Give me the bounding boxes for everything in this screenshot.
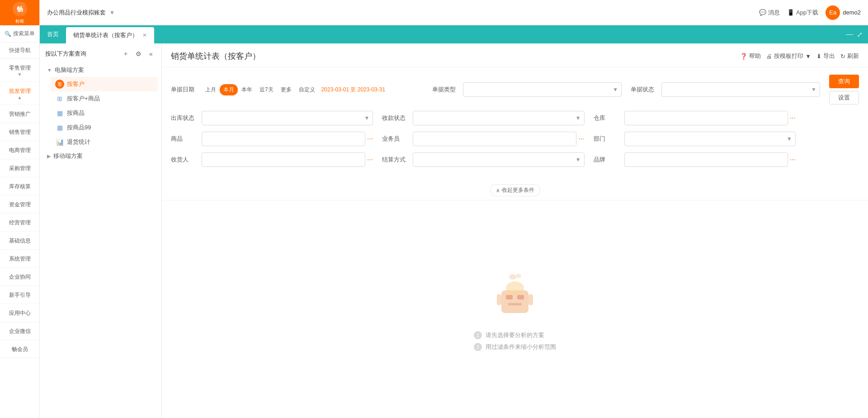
sidebar-item-system[interactable]: 系统管理 <box>0 250 39 268</box>
tab-minimize-icon[interactable]: — <box>846 30 853 38</box>
salesperson-input[interactable] <box>413 132 576 146</box>
sidebar-item-appcenter[interactable]: 应用中心 <box>0 304 39 322</box>
collapse-area: ∧ 收起更多条件 <box>162 180 868 200</box>
tip-1-num: 1 <box>474 331 482 339</box>
tree-desktop-arrow: ▼ <box>47 67 52 73</box>
warehouse-input[interactable] <box>624 111 788 125</box>
filter-row-4: 收货人 ··· 结算方式 ▼ 品牌 <box>171 152 859 167</box>
sidebar-item-operation[interactable]: 经营管理 <box>0 214 39 232</box>
tree-child-by-customer[interactable]: 客 按客户 <box>51 77 158 91</box>
department-select[interactable] <box>624 132 796 146</box>
filter-row-3: 商品 ··· 业务员 ··· 部门 <box>171 132 859 146</box>
app-download-btn[interactable]: 📱 App下载 <box>787 9 818 17</box>
goods-dots[interactable]: ··· <box>367 135 373 143</box>
order-type-select-wrap: ▼ <box>463 82 622 97</box>
empty-tip-2: 2 用过滤条件来缩小分析范围 <box>474 343 556 351</box>
tree-child-by-customer-goods-label: 按客户+商品 <box>67 95 100 103</box>
tree-child-by-customer-goods-icon: ⊞ <box>55 94 64 103</box>
tree-mobile-label: 移动端方案 <box>53 152 83 160</box>
query-btn[interactable]: 查询 <box>829 75 859 88</box>
sidebar-item-ecommerce[interactable]: 电商管理 <box>0 141 39 159</box>
help-btn[interactable]: ❓ 帮助 <box>740 52 761 60</box>
payment-method-select[interactable] <box>413 152 584 167</box>
collapse-panel-btn[interactable]: « <box>146 49 156 59</box>
tab-close-icon[interactable]: ✕ <box>142 32 147 38</box>
date-btn-custom[interactable]: 自定义 <box>295 84 319 95</box>
warehouse-dots[interactable]: ··· <box>790 114 796 122</box>
tree-child-by-goods-99-icon: ▦ <box>55 123 64 132</box>
query-settings-btns: 查询 设置 <box>829 75 859 104</box>
messages-btn[interactable]: 💬 消息 <box>759 9 780 17</box>
tab-home[interactable]: 首页 <box>40 25 66 43</box>
date-label: 单据日期 <box>171 86 198 94</box>
sidebar-item-inventory[interactable]: 库存核算 <box>0 177 39 195</box>
collapse-label: 收起更多条件 <box>502 186 534 194</box>
sidebar-item-finance[interactable]: 资金管理 <box>0 195 39 214</box>
receiver-input[interactable] <box>202 152 365 167</box>
sidebar-item-purchase-label: 采购管理 <box>9 165 31 172</box>
tree-mobile[interactable]: ▶ 移动端方案 <box>43 149 158 163</box>
date-btn-this-year[interactable]: 本年 <box>238 84 256 95</box>
sidebar-item-basic[interactable]: 基础信息 <box>0 232 39 250</box>
date-btn-more[interactable]: 更多 <box>277 84 295 95</box>
sidebar-item-member[interactable]: 畅会员 <box>0 340 39 358</box>
template-print-btn[interactable]: 🖨 按模板打印 ▼ <box>766 52 811 60</box>
add-scheme-btn[interactable]: ＋ <box>121 49 131 59</box>
sidebar-item-wechat[interactable]: 企业微信 <box>0 322 39 340</box>
sidebar-item-enterprise[interactable]: 企业协同 <box>0 268 39 286</box>
sidebar-item-wholesale[interactable]: 批发管理 ▲ <box>0 82 39 105</box>
date-btn-this-month[interactable]: 本月 <box>220 84 238 95</box>
tree-child-by-goods[interactable]: ▦ 按商品 <box>51 106 158 120</box>
out-status-select[interactable] <box>202 111 373 125</box>
tree-child-by-customer-goods[interactable]: ⊞ 按客户+商品 <box>51 91 158 106</box>
date-btn-last-7-days[interactable]: 近7天 <box>256 84 277 95</box>
sidebar-item-ecommerce-label: 电商管理 <box>9 147 31 154</box>
date-btn-last-month[interactable]: 上月 <box>202 84 220 95</box>
refresh-label: 刷新 <box>847 52 859 60</box>
sidebar-item-sales[interactable]: 销售管理 <box>0 123 39 141</box>
brand-input[interactable] <box>624 152 788 167</box>
department-label: 部门 <box>594 135 621 143</box>
tree-child-by-goods-icon: ▦ <box>55 109 64 118</box>
sidebar-item-retail[interactable]: 零售管理 ▼ <box>0 59 39 82</box>
sidebar-item-purchase[interactable]: 采购管理 <box>0 159 39 177</box>
order-status-select-wrap: ▼ <box>661 82 820 97</box>
tab-sales-stat-label: 销货单统计表（按客户） <box>73 31 138 39</box>
sidebar-item-newbie-label: 新手引导 <box>9 291 31 299</box>
tree-child-by-goods-99[interactable]: ▦ 按商品99 <box>51 120 158 135</box>
svg-point-8 <box>506 281 524 295</box>
sidebar-item-retail-arrow: ▼ <box>18 72 22 77</box>
tree-desktop[interactable]: ▼ 电脑端方案 <box>43 63 158 77</box>
brand-dots[interactable]: ··· <box>790 156 796 164</box>
svg-rect-4 <box>517 295 524 299</box>
edit-scheme-btn[interactable]: ⚙ <box>133 49 143 59</box>
user-name[interactable]: demo2 <box>843 9 861 16</box>
tree-section: ▼ 电脑端方案 客 按客户 ⊞ 按客户+商品 ▦ 按商品 <box>40 63 161 163</box>
settings-btn[interactable]: 设置 <box>829 91 859 104</box>
quick-nav[interactable]: 快捷导航 <box>0 43 39 59</box>
print-arrow-icon: ▼ <box>805 53 811 60</box>
order-status-select[interactable] <box>661 82 820 97</box>
tree-child-return-stats[interactable]: 📊 退货统计 <box>51 135 158 149</box>
goods-input[interactable] <box>202 132 365 146</box>
tree-desktop-label: 电脑端方案 <box>55 66 84 74</box>
app-title-dropdown[interactable]: ▼ <box>109 10 115 16</box>
tab-sales-stat[interactable]: 销货单统计表（按客户） ✕ <box>66 27 154 43</box>
salesperson-dots[interactable]: ··· <box>578 135 584 143</box>
sidebar-item-newbie[interactable]: 新手引导 <box>0 286 39 304</box>
sidebar-search[interactable]: 🔍 搜索菜单 <box>0 25 39 43</box>
refresh-btn[interactable]: ↻ 刷新 <box>840 52 859 60</box>
sidebar-item-marketing[interactable]: 营销推广 <box>0 105 39 123</box>
svg-point-10 <box>516 274 521 278</box>
sidebar-item-finance-label: 资金管理 <box>9 201 31 209</box>
warehouse-label: 仓库 <box>594 114 621 122</box>
tab-maximize-icon[interactable]: ⤢ <box>857 30 863 39</box>
order-type-select[interactable] <box>463 82 622 97</box>
receiver-dots[interactable]: ··· <box>367 156 373 164</box>
sidebar-item-inventory-label: 库存核算 <box>9 183 31 190</box>
export-btn[interactable]: ⬇ 导出 <box>816 52 835 60</box>
refresh-icon: ↻ <box>840 53 845 60</box>
collapse-btn[interactable]: ∧ 收起更多条件 <box>490 184 540 196</box>
receipt-status-select[interactable] <box>413 111 584 125</box>
collapse-chevron-icon: ∧ <box>496 187 500 194</box>
